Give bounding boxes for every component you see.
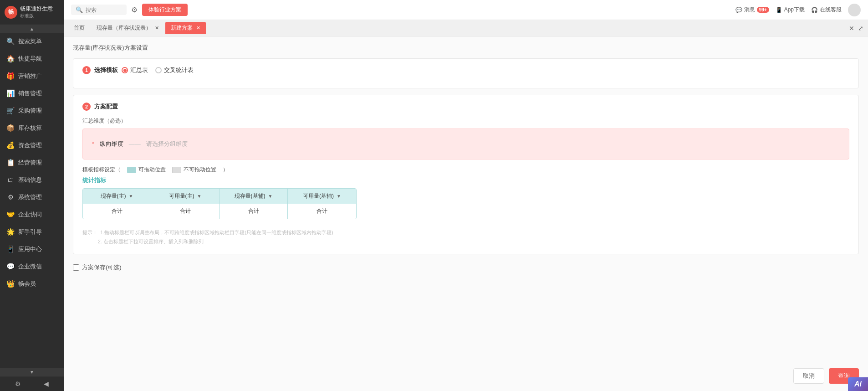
- indicator-fixed: 不可拖动位置: [172, 166, 216, 174]
- sidebar-item-inventory[interactable]: 📦 库存核算: [0, 119, 64, 137]
- fixed-label: 不可拖动位置: [184, 166, 216, 174]
- sidebar-item-label: 库存核算: [18, 124, 42, 132]
- section-choose-template: 1 选择模板 汇总表 交叉统计表: [73, 58, 859, 88]
- mobile-icon: 📱: [6, 245, 15, 253]
- sidebar-item-operations[interactable]: 📋 经营管理: [0, 154, 64, 171]
- collapse-button[interactable]: ◀: [44, 380, 49, 387]
- sidebar-item-search[interactable]: 🔍 搜索菜单: [0, 33, 64, 50]
- sidebar-item-label: 快捷导航: [18, 55, 42, 63]
- col-body-3: 合计: [288, 204, 356, 219]
- sidebar-item-contract[interactable]: 🤝 企业协同: [0, 206, 64, 223]
- message-button[interactable]: 💬 消息 99+: [735, 6, 769, 14]
- section2-title: 方案配置: [94, 103, 118, 111]
- section1-num: 1: [82, 66, 91, 74]
- sidebar-item-system[interactable]: ⚙ 系统管理: [0, 189, 64, 206]
- col-header-0-label: 现存量(主): [101, 192, 126, 200]
- save-row: 方案保存(可选): [73, 263, 859, 272]
- industry-plan-button[interactable]: 体验行业方案: [142, 4, 188, 16]
- tabs-bar: 首页 现存量（库存状况表） ✕ 新建方案 ✕ ✕ ⤢: [64, 20, 868, 36]
- radio-summary-dot: [122, 67, 128, 73]
- app-download-button[interactable]: 📱 App下载: [776, 6, 805, 14]
- sidebar-item-label: 经营管理: [18, 159, 42, 167]
- topbar: 🔍 ⚙ 体验行业方案 💬 消息 99+ 📱 App下载 🎧 在线客服: [64, 0, 868, 20]
- radio-cross-dot: [155, 67, 162, 73]
- tab-inventory-status[interactable]: 现存量（库存状况表） ✕: [91, 22, 164, 34]
- sidebar-item-basic[interactable]: 🗂 基础信息: [0, 171, 64, 189]
- section2-num: 2: [82, 103, 91, 111]
- tab-new-plan[interactable]: 新建方案 ✕: [165, 22, 206, 34]
- money-icon: 💰: [6, 141, 15, 149]
- topbar-right: 💬 消息 99+ 📱 App下载 🎧 在线客服: [735, 4, 861, 16]
- message-icon: 💬: [735, 7, 742, 13]
- sidebar-item-appstore[interactable]: 📱 应用中心: [0, 241, 64, 258]
- col-header-1[interactable]: 可用量(主) ▼: [151, 189, 220, 204]
- sidebar-item-sales[interactable]: 📊 销售管理: [0, 85, 64, 102]
- search-bar[interactable]: 🔍: [71, 5, 127, 15]
- message-label: 消息: [744, 6, 755, 14]
- col-header-0[interactable]: 现存量(主) ▼: [83, 189, 151, 204]
- customer-service-label: 在线客服: [820, 6, 842, 14]
- crown-icon: 👑: [6, 280, 15, 288]
- col-body-0: 合计: [83, 204, 151, 219]
- col-header-1-label: 可用量(主): [169, 192, 194, 200]
- settings-icon[interactable]: ⚙: [131, 5, 138, 14]
- main-content: 现存量(库存状况表)方案设置 1 选择模板 汇总表 交叉统计表: [64, 36, 868, 391]
- stats-table-header: 现存量(主) ▼ 可用量(主) ▼ 现存量(基辅) ▼ 可用量(基辅) ▼: [83, 189, 356, 204]
- chat-icon: 💬: [6, 262, 15, 271]
- settings-button[interactable]: ⚙: [15, 380, 21, 387]
- handshake-icon: 🤝: [6, 211, 15, 219]
- tip-1: 提示： 1.拖动标题栏可以调整布局，不可跨维度或指标区域拖动栏目字段(只能在同一…: [82, 228, 849, 237]
- sidebar-item-marketing[interactable]: 🎁 营销推广: [0, 67, 64, 85]
- tab-home[interactable]: 首页: [68, 22, 90, 34]
- sidebar-item-member[interactable]: 👑 畅会员: [0, 275, 64, 293]
- gift-icon: 🎁: [6, 72, 15, 80]
- sidebar-item-label: 新手引导: [18, 228, 42, 236]
- tips-section: 提示： 1.拖动标题栏可以调整布局，不可跨维度或指标区域拖动栏目字段(只能在同一…: [82, 228, 849, 247]
- star-icon: 🌟: [6, 228, 15, 236]
- app-download-label: App下载: [784, 6, 805, 14]
- dimension-label: 汇总维度（必选）: [82, 117, 849, 125]
- dimension-box[interactable]: * 纵向维度 —— 请选择分组维度: [82, 129, 849, 159]
- sidebar-logo: 畅 畅康通好生意 标准版: [0, 0, 64, 25]
- sidebar-footer: ⚙ ◀: [0, 376, 64, 391]
- sidebar-item-guide[interactable]: 🌟 新手引导: [0, 223, 64, 241]
- section1-title: 选择模板: [94, 66, 118, 74]
- sidebar-scroll-up[interactable]: ▲: [0, 25, 64, 33]
- sidebar-item-wechat[interactable]: 💬 企业微信: [0, 258, 64, 275]
- section1-header: 1 选择模板 汇总表 交叉统计表: [82, 66, 849, 74]
- close-window-button[interactable]: ✕: [849, 25, 854, 32]
- sidebar-item-label: 系统管理: [18, 193, 42, 201]
- folder-icon: 🗂: [6, 176, 15, 184]
- app-version: 标准版: [20, 13, 53, 19]
- expand-window-button[interactable]: ⤢: [858, 25, 863, 32]
- col-header-2-chevron: ▼: [268, 194, 273, 199]
- app-logo-icon: 畅: [5, 6, 17, 19]
- col-header-3-chevron: ▼: [337, 194, 341, 199]
- save-checkbox[interactable]: [73, 264, 79, 271]
- radio-summary[interactable]: 汇总表: [122, 66, 148, 74]
- user-avatar[interactable]: [848, 4, 861, 16]
- col-header-3[interactable]: 可用量(基辅) ▼: [288, 189, 356, 204]
- sidebar-item-purchase[interactable]: 🛒 采购管理: [0, 102, 64, 119]
- page-title: 现存量(库存状况表)方案设置: [73, 44, 859, 52]
- col-header-1-chevron: ▼: [197, 194, 202, 199]
- app-name: 畅康通好生意: [20, 5, 53, 13]
- sidebar-item-finance[interactable]: 💰 资金管理: [0, 137, 64, 154]
- vertical-dim-label: 纵向维度: [100, 140, 123, 148]
- tab-inventory-status-close[interactable]: ✕: [155, 25, 159, 31]
- sidebar-item-label: 畅会员: [18, 280, 36, 288]
- radio-cross[interactable]: 交叉统计表: [155, 66, 194, 74]
- tab-new-plan-close[interactable]: ✕: [196, 25, 200, 31]
- col-header-2[interactable]: 现存量(基辅) ▼: [220, 189, 288, 204]
- cancel-button[interactable]: 取消: [793, 368, 824, 384]
- section2-header: 2 方案配置: [82, 103, 849, 111]
- cart-icon: 🛒: [6, 107, 15, 115]
- search-input[interactable]: [86, 7, 122, 13]
- sidebar-item-quicknav[interactable]: 🏠 快捷导航: [0, 50, 64, 67]
- col-header-0-chevron: ▼: [129, 194, 133, 199]
- customer-service-button[interactable]: 🎧 在线客服: [811, 6, 842, 14]
- section-plan-config: 2 方案配置 汇总维度（必选） * 纵向维度 —— 请选择分组维度 模板指标设定…: [73, 95, 859, 254]
- dim-placeholder: 请选择分组维度: [146, 140, 188, 148]
- sidebar-scroll-down[interactable]: ▼: [0, 368, 64, 376]
- stats-table-body: 合计 合计 合计 合计: [83, 204, 356, 219]
